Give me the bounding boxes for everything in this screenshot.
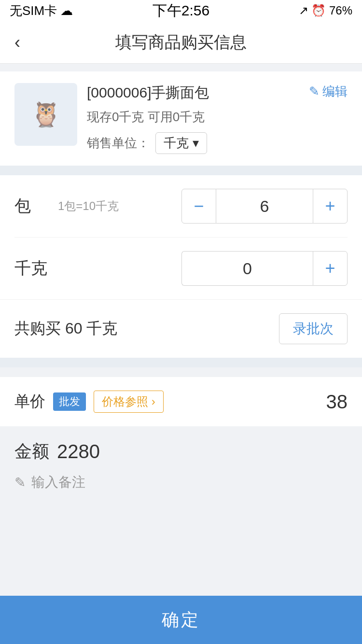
amount-label: 金额	[14, 440, 49, 463]
unit-selector[interactable]: 千克 ▾	[155, 132, 207, 154]
kilogram-input-row: 千克 +	[14, 238, 348, 299]
price-row: 单价 批发 价格参照 › 38	[14, 391, 348, 413]
package-input[interactable]	[216, 189, 313, 224]
remark-text: 输入备注	[31, 473, 85, 491]
product-name: [0000006]手撕面包	[87, 83, 348, 103]
price-label: 单价	[14, 391, 45, 412]
kilogram-plus-button[interactable]: +	[313, 251, 348, 286]
price-reference-button[interactable]: 价格参照 ›	[94, 391, 164, 413]
product-info: [0000006]手撕面包 现存0千克 可用0千克 销售单位： 千克 ▾	[87, 83, 348, 154]
status-bar: 无SIM卡 ☁ 下午2:56 ↗ ⏰ 76%	[0, 0, 362, 21]
sim-status: 无SIM卡 ☁	[10, 2, 73, 19]
price-section: 单价 批发 价格参照 › 38	[0, 377, 362, 426]
back-button[interactable]: ‹	[14, 32, 20, 53]
package-label: 包	[14, 195, 53, 217]
package-stepper: − +	[181, 189, 348, 224]
input-section: 包 1包=10千克 − + 千克 +	[0, 175, 362, 299]
product-card: 🦉 [0000006]手撕面包 现存0千克 可用0千克 销售单位： 千克 ▾ ✎…	[0, 71, 362, 166]
page-title: 填写商品购买信息	[115, 31, 247, 54]
status-time: 下午2:56	[153, 1, 209, 21]
package-sublabel: 1包=10千克	[58, 198, 181, 214]
product-unit-row: 销售单位： 千克 ▾	[87, 132, 348, 154]
section-divider-1	[0, 166, 362, 175]
status-left: 无SIM卡 ☁	[10, 2, 73, 19]
package-plus-button[interactable]: +	[313, 189, 348, 224]
package-input-row: 包 1包=10千克 − +	[14, 175, 348, 238]
edit-icon: ✎	[309, 84, 320, 99]
unit-label: 销售单位：	[87, 135, 150, 152]
price-tag: 批发	[53, 392, 86, 411]
amount-section: 金额 2280 ✎ 输入备注	[0, 426, 362, 501]
unit-value: 千克	[164, 135, 189, 152]
edit-label: 编辑	[322, 83, 348, 100]
amount-row: 金额 2280	[14, 440, 348, 463]
product-stock: 现存0千克 可用0千克	[87, 109, 348, 126]
nav-bar: ‹ 填写商品购买信息	[0, 21, 362, 64]
total-text: 共购买 60 千克	[14, 318, 117, 339]
price-value: 38	[326, 391, 348, 413]
edit-button[interactable]: ✎ 编辑	[309, 83, 348, 100]
package-minus-button[interactable]: −	[181, 189, 216, 224]
batch-button[interactable]: 录批次	[279, 313, 348, 344]
product-image: 🦉	[14, 83, 77, 146]
status-right: ↗ ⏰ 76%	[299, 4, 352, 17]
total-section: 共购买 60 千克 录批次	[0, 299, 362, 358]
confirm-button[interactable]: 确定	[0, 596, 362, 644]
kilogram-stepper: +	[181, 251, 348, 286]
amount-value: 2280	[57, 441, 100, 462]
remark-row[interactable]: ✎ 输入备注	[14, 473, 348, 491]
unit-dropdown-icon: ▾	[193, 136, 199, 151]
product-thumbnail-icon: 🦉	[31, 100, 61, 128]
section-divider-2	[0, 358, 362, 367]
kilogram-input[interactable]	[181, 251, 313, 286]
kilogram-label: 千克	[14, 257, 53, 280]
battery-status: ↗ ⏰ 76%	[299, 4, 352, 17]
content-spacer	[0, 501, 362, 596]
remark-icon: ✎	[14, 475, 26, 490]
